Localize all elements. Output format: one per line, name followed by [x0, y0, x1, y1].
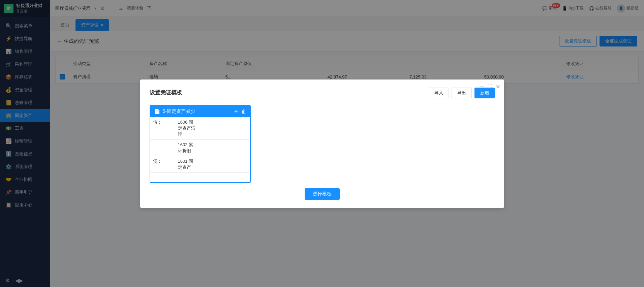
- template-cell-code-2: 1602 累计折旧: [175, 140, 200, 156]
- template-cell-debit-2: [200, 140, 225, 156]
- template-doc-icon: 📄: [154, 109, 160, 114]
- template-card-title-area: 📄 5-固定资产减少: [154, 108, 195, 115]
- select-template-button[interactable]: 选择模板: [305, 188, 340, 200]
- template-cell-debit-3: [200, 156, 225, 172]
- template-cell-type-2: [150, 140, 175, 156]
- template-card-header: 📄 5-固定资产减少 ✏ 🗑: [150, 106, 250, 117]
- template-card-actions: ✏ 🗑: [235, 109, 246, 114]
- template-cell-type-3: 贷：: [150, 156, 175, 172]
- import-button[interactable]: 导入: [429, 88, 449, 98]
- template-cell-credit-3: [225, 156, 250, 172]
- template-row-3: 贷： 1601 固定资产: [150, 156, 250, 173]
- modal-header-actions: 导入 导出 新增: [429, 88, 495, 98]
- modal-title: 设置凭证模板: [150, 89, 182, 96]
- template-cell-debit-1: [200, 117, 225, 139]
- modal-close-button[interactable]: ✕: [496, 84, 500, 90]
- modal-maximize-icon[interactable]: ⛶: [487, 84, 492, 89]
- modal-header: 设置凭证模板 导入 导出 新增: [150, 88, 495, 98]
- modal-overlay: ✕ — ⛶ 设置凭证模板 导入 导出 新增 📄 5-固定资产减少 ✏ 🗑: [0, 0, 644, 287]
- template-row-empty: [150, 173, 250, 182]
- export-button[interactable]: 导出: [452, 88, 472, 98]
- template-edit-icon[interactable]: ✏: [235, 109, 239, 114]
- template-row-1: 借： 1606 固定资产清理: [150, 117, 250, 140]
- template-title: 5-固定资产减少: [163, 108, 195, 115]
- template-cell-type-1: 借：: [150, 117, 175, 139]
- template-cell-code-1: 1606 固定资产清理: [175, 117, 200, 139]
- template-delete-icon[interactable]: 🗑: [241, 109, 246, 114]
- modal-minimize-icon[interactable]: —: [480, 84, 485, 89]
- template-card-body: 借： 1606 固定资产清理 1602 累计折旧 贷： 1601 固定资产: [150, 117, 250, 182]
- set-template-modal: ✕ — ⛶ 设置凭证模板 导入 导出 新增 📄 5-固定资产减少 ✏ 🗑: [140, 79, 504, 208]
- new-template-button[interactable]: 新增: [474, 88, 495, 98]
- template-cell-credit-2: [225, 140, 250, 156]
- template-cell-code-3: 1601 固定资产: [175, 156, 200, 172]
- template-row-2: 1602 累计折旧: [150, 140, 250, 156]
- template-cell-credit-1: [225, 117, 250, 139]
- template-card: 📄 5-固定资产减少 ✏ 🗑 借： 1606 固定资产清理 1602 累计: [150, 105, 251, 183]
